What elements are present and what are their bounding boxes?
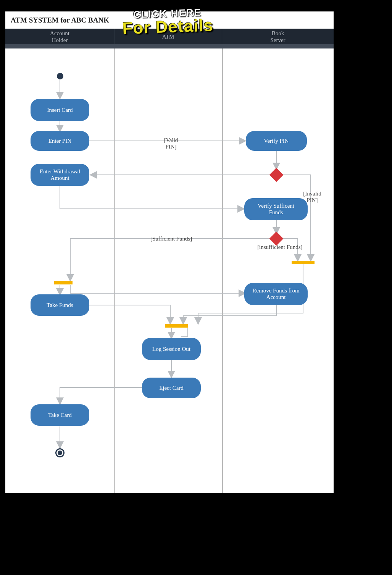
activity-take-funds: Take Funds <box>31 294 89 316</box>
decision-funds <box>269 232 284 246</box>
diagram-container: ATM SYSTEM for ABC BANK Account Holder A… <box>5 11 334 493</box>
activity-take-funds-label: Take Funds <box>47 302 73 308</box>
lane-separator-2 <box>222 48 223 493</box>
activity-eject-card: Eject Card <box>142 378 201 398</box>
lane-atm-label: ATM <box>162 33 174 40</box>
activity-enter-withdrawal: Enter Withdrawal Amount <box>31 164 89 186</box>
activity-eject-card-label: Eject Card <box>159 385 184 391</box>
lane-atm: ATM <box>115 29 222 44</box>
lane-book-server-label: Book Server <box>270 30 285 44</box>
start-node <box>57 73 63 79</box>
activity-log-session-out: Log Session Out <box>142 338 201 360</box>
swimlane-subheader <box>5 44 334 48</box>
guard-valid-pin: [Valid PIN] <box>160 137 182 150</box>
diagram-title: ATM SYSTEM for ABC BANK <box>5 11 334 29</box>
join-bar-middle <box>165 324 188 328</box>
lane-account-holder: Account Holder <box>5 29 115 44</box>
activity-remove-funds: Remove Funds from Account <box>244 283 308 305</box>
activity-take-card-label: Take Card <box>48 412 72 418</box>
guard-invalid-pin: [Invalid PIN] <box>300 191 324 204</box>
swimlane-header: Account Holder ATM Book Server <box>5 29 334 44</box>
diagram-canvas: Insert Card Enter PIN Enter Withdrawal A… <box>5 48 334 493</box>
fork-bar-left <box>54 281 73 284</box>
lane-book-server: Book Server <box>222 29 334 44</box>
activity-enter-withdrawal-label: Enter Withdrawal Amount <box>40 168 80 181</box>
lane-account-holder-label: Account Holder <box>50 30 69 44</box>
activity-enter-pin: Enter PIN <box>31 131 89 151</box>
activity-insert-card: Insert Card <box>31 99 89 121</box>
activity-verify-funds-label: Verify Sufficent Funds <box>258 203 294 216</box>
activity-verify-funds: Verify Sufficent Funds <box>244 198 308 220</box>
page-root: ATM SYSTEM for ABC BANK Account Holder A… <box>0 0 392 575</box>
activity-insert-card-label: Insert Card <box>47 107 73 113</box>
activity-verify-pin: Verify PIN <box>246 131 307 151</box>
decision-pin <box>269 168 284 182</box>
diagram-title-text: ATM SYSTEM for ABC BANK <box>11 16 109 24</box>
guard-sufficient-funds: [Sufficient Funds] <box>150 236 192 242</box>
activity-log-session-out-label: Log Session Out <box>152 346 190 352</box>
activity-verify-pin-label: Verify PIN <box>264 138 289 144</box>
activity-take-card: Take Card <box>31 404 89 426</box>
lane-separator-1 <box>115 48 115 493</box>
activity-enter-pin-label: Enter PIN <box>48 138 71 144</box>
guard-insufficient-funds: [insufficient Funds] <box>257 244 302 250</box>
activity-remove-funds-label: Remove Funds from Account <box>252 288 299 300</box>
join-bar-upper <box>292 261 315 264</box>
end-node <box>55 448 65 457</box>
